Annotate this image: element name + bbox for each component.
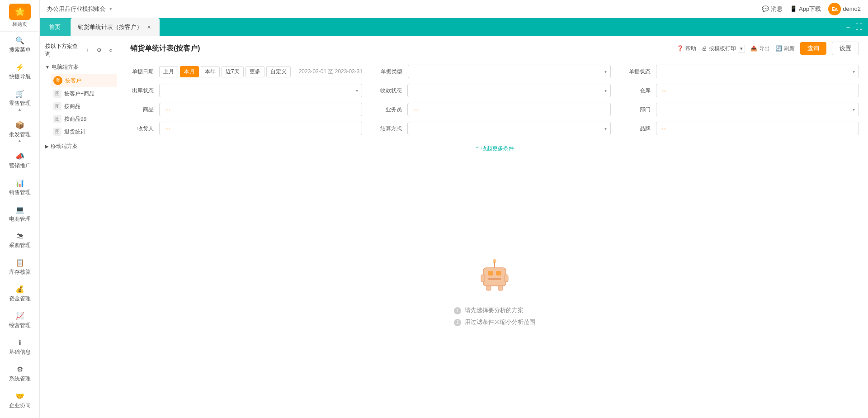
payment-dropdown-icon: ▾ xyxy=(604,126,607,131)
tree-child-small-icon: 图 xyxy=(53,102,61,110)
date-btn-更多[interactable]: 更多 xyxy=(245,66,264,77)
nav-label: 经营管理 xyxy=(9,322,31,329)
nav-label: 基础信息 xyxy=(9,348,31,356)
receipt-status-select[interactable]: ▾ xyxy=(407,84,610,97)
sidebar-item-基础信息[interactable]: ℹ 基础信息 xyxy=(7,334,33,361)
tab-close-btn[interactable]: ✕ xyxy=(145,24,152,31)
export-btn[interactable]: 📤 导出 xyxy=(750,45,770,52)
tree-child-label: 退货统计 xyxy=(64,128,86,136)
tree-child-按商品99[interactable]: 图 按商品99 xyxy=(51,113,117,125)
doc-type-dropdown-icon: ▾ xyxy=(604,69,607,74)
sidebar-item-企业协同[interactable]: 🤝 企业协同 xyxy=(7,387,33,414)
out-status-select[interactable]: ▾ xyxy=(159,84,362,97)
date-btn-自定义[interactable]: 自定义 xyxy=(266,66,291,77)
sidebar-item-经营管理[interactable]: 📈 经营管理 xyxy=(7,307,33,334)
sidebar-item-资金管理[interactable]: 💰 资金管理 xyxy=(7,280,33,307)
header-dropdown-label[interactable]: 办公用品行业模拟账套 xyxy=(47,5,106,13)
sidebar-item-销售管理[interactable]: 📊 销售管理 xyxy=(7,174,33,201)
tab-home[interactable]: 首页 xyxy=(40,18,70,36)
date-btn-本年[interactable]: 本年 xyxy=(201,66,220,77)
salesman-dots[interactable]: ··· xyxy=(411,106,420,113)
empty-tip-1: 1 请先选择要分析的方案 xyxy=(454,304,535,316)
goods-select[interactable]: ··· xyxy=(159,103,362,116)
goods-dots[interactable]: ··· xyxy=(163,106,172,113)
sidebar-item-新手引导[interactable]: 🧭 新手引导 xyxy=(7,414,33,418)
tab-actions: － ⛶ xyxy=(844,23,868,32)
tab-active[interactable]: 销货单统计表（按客户） ✕ xyxy=(71,18,160,36)
header-dropdown-icon[interactable]: ▾ xyxy=(109,6,112,12)
tree-child-按客户+商品[interactable]: 图 按客户+商品 xyxy=(51,87,117,100)
sidebar-item-营销推广[interactable]: 📣 营销推广 xyxy=(7,147,33,174)
receiver-label: 收货人 xyxy=(130,125,154,133)
warehouse-dots[interactable]: ··· xyxy=(660,87,669,94)
salesman-select[interactable]: ··· xyxy=(407,103,610,116)
sidebar-item-库存核算[interactable]: 📋 库存核算 xyxy=(7,254,33,280)
department-label: 部门 xyxy=(627,106,651,114)
date-btn-近7天[interactable]: 近7天 xyxy=(222,66,244,77)
template-print-dropdown-arrow[interactable]: ▾ xyxy=(738,45,745,52)
salesman-label: 业务员 xyxy=(378,106,402,114)
receiver-select[interactable]: ··· xyxy=(159,122,362,135)
sidebar-item-电商管理[interactable]: 💻 电商管理 xyxy=(7,201,33,228)
payment-label: 结算方式 xyxy=(378,125,402,133)
app-download-btn[interactable]: 📱 App下载 xyxy=(790,5,821,13)
tree-mobile-section[interactable]: ▶ 移动端方案 xyxy=(43,140,117,153)
tab-minimize-btn[interactable]: － xyxy=(844,23,852,32)
filter-row-1: 单据日期 上月本月本年近7天更多自定义 2023-03-01 至 2023-03… xyxy=(130,65,859,78)
tab-maximize-btn[interactable]: ⛶ xyxy=(855,23,863,31)
help-btn[interactable]: ❓ 帮助 xyxy=(677,45,696,52)
sidebar-nav: 🔍 搜索菜单 ⚡ 快捷导航 🛒 零售管理 ▲ 📦 批发管理 ▲ 📣 营销推广 📊… xyxy=(7,32,33,418)
nav-label: 电商管理 xyxy=(9,215,31,223)
tab-active-label: 销货单统计表（按客户） xyxy=(78,23,142,31)
department-select[interactable]: ▾ xyxy=(656,103,859,116)
sidebar-item-快捷导航[interactable]: ⚡ 快捷导航 xyxy=(7,58,33,85)
brand-dots[interactable]: ··· xyxy=(660,125,669,132)
tree-desktop-section[interactable]: ▼ 电脑端方案 xyxy=(43,61,117,74)
sidebar-item-批发管理[interactable]: 📦 批发管理 ▲ xyxy=(7,116,33,147)
date-btn-上月[interactable]: 上月 xyxy=(159,66,178,77)
doc-type-select[interactable]: ▾ xyxy=(408,65,611,78)
doc-status-select[interactable]: ▾ xyxy=(656,65,859,78)
sidebar-item-采购管理[interactable]: 🛍 采购管理 xyxy=(7,228,33,254)
payment-select[interactable]: ▾ xyxy=(407,122,610,135)
panel-add-btn[interactable]: + xyxy=(83,46,92,55)
message-btn[interactable]: 💬 消息 xyxy=(762,5,783,13)
nav-label: 库存核算 xyxy=(9,268,31,276)
settings-btn[interactable]: 设置 xyxy=(832,42,859,55)
nav-label: 企业协同 xyxy=(9,402,31,409)
refresh-btn[interactable]: 🔄 刷新 xyxy=(775,45,795,52)
template-print-btn[interactable]: 🖨 按模板打印 ▾ xyxy=(702,45,745,52)
doc-type-label: 单据类型 xyxy=(379,68,402,76)
receiver-dots[interactable]: ··· xyxy=(163,125,172,132)
nav-label: 营销推广 xyxy=(9,162,31,170)
nav-icon: 🛍 xyxy=(16,232,24,240)
nav-label: 资金管理 xyxy=(9,295,31,303)
tree-child-按客户[interactable]: 客 按客户 xyxy=(51,74,117,87)
warehouse-label: 仓库 xyxy=(627,87,651,95)
tree-child-按商品[interactable]: 图 按商品 xyxy=(51,100,117,113)
empty-tips: 1 请先选择要分析的方案 2 用过滤条件来缩小分析范围 xyxy=(454,304,535,328)
sidebar-item-系统管理[interactable]: ⚙ 系统管理 xyxy=(7,361,33,387)
main-area: 办公用品行业模拟账套 ▾ 💬 消息 📱 App下载 Ea demo2 首页 销货… xyxy=(40,0,868,418)
export-icon: 📤 xyxy=(750,45,757,52)
query-btn[interactable]: 查询 xyxy=(800,42,826,55)
doc-status-dropdown-icon: ▾ xyxy=(853,69,855,74)
panel-collapse-btn[interactable]: « xyxy=(106,46,115,55)
nav-label: 采购管理 xyxy=(9,242,31,249)
nav-icon: 🔍 xyxy=(15,36,24,45)
tree-child-退货统计[interactable]: 图 退货统计 xyxy=(51,125,117,138)
sidebar-item-零售管理[interactable]: 🛒 零售管理 ▲ xyxy=(7,85,33,116)
date-btn-本月[interactable]: 本月 xyxy=(180,66,199,77)
collapse-more-btn[interactable]: ⌃ 收起更多条件 xyxy=(130,141,859,156)
tree-section: ▼ 电脑端方案 客 按客户 图 按客户+商品 图 按商品 图 按商品99 图 退… xyxy=(40,61,121,153)
warehouse-select[interactable]: ··· xyxy=(656,84,859,97)
panel-settings-btn[interactable]: ⚙ xyxy=(94,46,104,55)
user-section[interactable]: Ea demo2 xyxy=(828,3,861,15)
sidebar-item-搜索菜单[interactable]: 🔍 搜索菜单 xyxy=(7,32,33,58)
nav-icon: 📈 xyxy=(15,312,24,320)
date-button-group: 上月本月本年近7天更多自定义 xyxy=(159,66,291,77)
tree-mobile-label: 移动端方案 xyxy=(51,142,78,150)
brand-select[interactable]: ··· xyxy=(656,122,859,135)
tree-child-small-icon: 图 xyxy=(53,128,61,136)
nav-icon: 📊 xyxy=(15,179,24,187)
